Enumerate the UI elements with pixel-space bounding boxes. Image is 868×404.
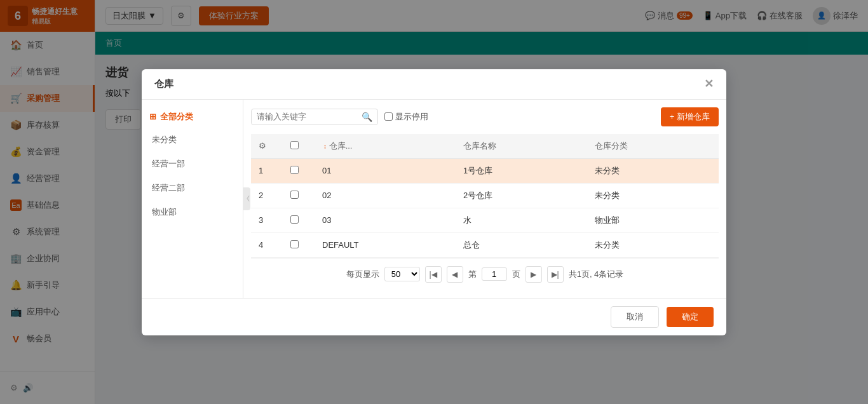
row-category: 未分类 [587,158,719,183]
search-input[interactable] [257,112,362,121]
pagination: 每页显示 50 10 20 100 |◀ ◀ 第 页 ▶ [251,258,719,290]
th-checkbox [283,134,315,159]
th-name: 仓库名称 [456,134,587,159]
row-category: 物业部 [587,208,719,232]
page-size-label: 每页显示 [346,269,379,280]
select-all-checkbox[interactable] [290,141,299,149]
row-index: 3 [251,208,283,232]
category-item-ops1[interactable]: 经营一部 [142,152,243,176]
category-collapse-btn[interactable]: 《 [243,187,250,210]
row-checkbox [283,158,315,183]
th-category: 仓库分类 [587,134,719,159]
row-index: 2 [251,183,283,208]
row-name: 总仓 [456,232,587,257]
table-header: ⚙ ↕ 仓库... 仓库名称 [251,134,719,159]
sort-icon: ↕ [323,143,327,150]
category-header-label: 全部分类 [160,111,193,123]
first-page-btn[interactable]: |◀ [425,266,442,283]
warehouse-table: ⚙ ↕ 仓库... 仓库名称 [251,134,719,258]
table-row[interactable]: 3 03 水 物业部 [251,208,719,232]
table-row[interactable]: 4 DEFAULT 总仓 未分类 [251,232,719,257]
row-code: 02 [315,183,456,208]
cancel-btn[interactable]: 取消 [611,306,659,328]
row-checkbox [283,208,315,232]
add-warehouse-btn[interactable]: + 新增仓库 [661,107,719,126]
table-container: ⚙ ↕ 仓库... 仓库名称 [251,134,719,258]
table-row[interactable]: 1 01 1号仓库 未分类 [251,158,719,183]
modal-close-btn[interactable]: ✕ [704,78,714,90]
category-header: ⊞ 全部分类 [142,106,243,128]
page-size-select[interactable]: 50 10 20 100 [384,267,420,281]
row-category: 未分类 [587,183,719,208]
row-code: 03 [315,208,456,232]
page-size-dropdown[interactable]: 50 10 20 100 [384,267,420,281]
total-info: 共1页, 4条记录 [569,269,624,280]
table-body: 1 01 1号仓库 未分类 2 02 2号仓库 [251,158,719,257]
modal-title: 仓库 [154,78,173,90]
modal-overlay: 仓库 ✕ ⊞ 全部分类 未分类 经营一部 经营二部 物业部 《 [0,0,868,404]
prev-page-btn[interactable]: ◀ [447,266,463,283]
next-page-btn[interactable]: ▶ [526,266,542,283]
category-sidebar: ⊞ 全部分类 未分类 经营一部 经营二部 物业部 《 [142,100,243,298]
show-disabled-checkbox[interactable] [384,112,393,121]
row-name: 1号仓库 [456,158,587,183]
row-name: 水 [456,208,587,232]
search-icon[interactable]: 🔍 [362,112,372,122]
row-code: DEFAULT [315,232,456,257]
category-item-ops2[interactable]: 经营二部 [142,176,243,200]
warehouse-modal: 仓库 ✕ ⊞ 全部分类 未分类 经营一部 经营二部 物业部 《 [142,69,726,335]
show-disabled-label[interactable]: 显示停用 [384,111,428,123]
last-page-btn[interactable]: ▶| [547,266,564,283]
page-label: 第 [468,269,477,280]
modal-footer: 取消 确定 [142,298,726,335]
modal-toolbar: 🔍 显示停用 + 新增仓库 [251,107,719,126]
row-index: 4 [251,232,283,257]
th-code: ↕ 仓库... [315,134,456,159]
table-row[interactable]: 2 02 2号仓库 未分类 [251,183,719,208]
modal-header: 仓库 ✕ [142,69,726,100]
settings-th-icon: ⚙ [259,141,266,151]
row-checkbox [283,183,315,208]
row-category: 未分类 [587,232,719,257]
row-code: 01 [315,158,456,183]
modal-content-area: 🔍 显示停用 + 新增仓库 ⚙ [243,100,726,298]
category-item-property[interactable]: 物业部 [142,200,243,224]
row-name: 2号仓库 [456,183,587,208]
row-index: 1 [251,158,283,183]
modal-body: ⊞ 全部分类 未分类 经营一部 经营二部 物业部 《 🔍 [142,100,726,298]
category-item-unclassified[interactable]: 未分类 [142,128,243,152]
th-settings: ⚙ [251,134,283,159]
row-checkbox [283,232,315,257]
confirm-btn[interactable]: 确定 [667,307,714,327]
page-number-input[interactable] [482,267,507,281]
page-label2: 页 [512,269,520,280]
search-input-wrap: 🔍 [251,109,378,125]
grid-icon: ⊞ [149,112,156,121]
